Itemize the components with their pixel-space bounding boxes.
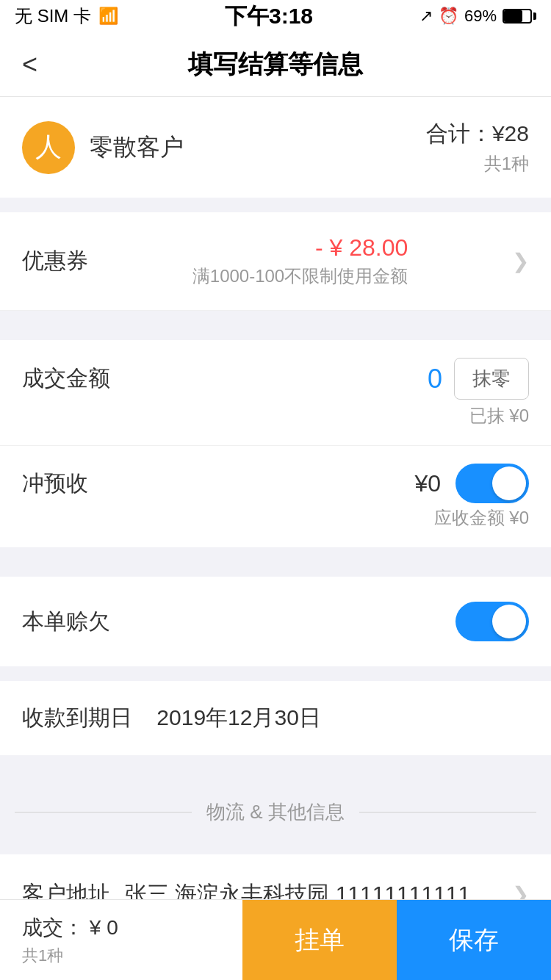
status-left: 无 SIM 卡 📶 [15, 4, 118, 28]
deal-section: 成交金额 0 抹零 已抹 ¥0 冲预收 ¥0 [0, 340, 551, 547]
nav-title: 填写结算等信息 [188, 48, 363, 82]
deal-amount-row: 成交金额 0 抹零 已抹 ¥0 [0, 340, 551, 446]
coupon-right: - ¥ 28.00 满1000-100不限制使用金额 [192, 234, 408, 288]
alarm-icon: ⏰ [439, 7, 458, 26]
debt-row: 本单赊欠 [0, 577, 551, 666]
battery-indicator [503, 9, 536, 24]
round-button[interactable]: 抹零 [454, 358, 529, 400]
avatar-icon: 人 [35, 129, 62, 165]
coupon-chevron: ❯ [512, 249, 529, 273]
battery-text: 69% [464, 7, 497, 26]
separator-2 [0, 562, 551, 577]
location-icon: ↗ [419, 7, 433, 26]
prepay-row: 冲预收 ¥0 应收金额 ¥0 [0, 446, 551, 547]
prepay-sub-label: 应收金额 ¥0 [434, 506, 529, 530]
bottom-deal-amount: ¥ 0 [90, 916, 118, 939]
deal-label: 成交金额 [22, 364, 110, 394]
already-rounded-text: 已抹 ¥0 [469, 404, 529, 428]
separator-3 [0, 770, 551, 785]
bottom-bar: 成交： ¥ 0 共1种 挂单 保存 [0, 899, 551, 980]
prepay-right: ¥0 [414, 464, 529, 503]
customer-total: 合计：¥28 共1种 [426, 119, 529, 176]
total-amount: 合计：¥28 [426, 119, 529, 149]
bottom-summary: 成交： ¥ 0 共1种 [0, 914, 242, 967]
divider-right [359, 812, 536, 813]
prepay-label: 冲预收 [22, 469, 88, 499]
carrier-text: 无 SIM 卡 [15, 4, 91, 28]
logistics-section: 物流 & 其他信息 [0, 785, 551, 840]
save-button[interactable]: 保存 [397, 900, 551, 981]
status-bar: 无 SIM 卡 📶 下午3:18 ↗ ⏰ 69% [0, 0, 551, 32]
deal-right: 0 抹零 [428, 358, 529, 400]
toggle-knob [492, 466, 526, 500]
customer-left: 人 零散客户 [22, 121, 184, 174]
logistics-label: 物流 & 其他信息 [206, 799, 345, 825]
coupon-label: 优惠券 [22, 246, 88, 276]
customer-row: 人 零散客户 合计：¥28 共1种 [0, 97, 551, 198]
customer-avatar: 人 [22, 121, 75, 174]
wifi-icon: 📶 [98, 7, 118, 26]
debt-toggle[interactable] [455, 602, 529, 641]
bottom-deal-label: 成交： [22, 916, 84, 939]
coupon-value: - ¥ 28.00 [192, 234, 408, 262]
coupon-desc: 满1000-100不限制使用金额 [192, 264, 408, 288]
nav-bar: < 填写结算等信息 [0, 32, 551, 97]
due-date-content: 收款到期日 2019年12月30日 [22, 705, 321, 729]
prepay-toggle[interactable] [455, 464, 529, 503]
bottom-count: 共1种 [22, 945, 220, 967]
customer-name: 零散客户 [90, 131, 184, 164]
separator-1 [0, 325, 551, 340]
total-count: 共1种 [426, 152, 529, 176]
debt-label: 本单赊欠 [22, 607, 110, 637]
due-date-label: 收款到期日 [22, 705, 132, 729]
main-content: 人 零散客户 合计：¥28 共1种 优惠券 - ¥ 28.00 满1000-10… [0, 97, 551, 980]
coupon-section: 优惠券 - ¥ 28.00 满1000-100不限制使用金额 ❯ [0, 212, 551, 311]
status-right: ↗ ⏰ 69% [419, 7, 536, 26]
hold-label: 挂单 [295, 923, 345, 957]
deal-value: 0 [428, 364, 442, 394]
debt-toggle-knob [492, 605, 526, 638]
save-label: 保存 [449, 923, 499, 957]
divider-left [15, 812, 192, 813]
bottom-deal-line: 成交： ¥ 0 [22, 914, 220, 942]
back-button[interactable]: < [22, 42, 45, 87]
coupon-row[interactable]: 优惠券 - ¥ 28.00 满1000-100不限制使用金额 ❯ [0, 212, 551, 311]
hold-button[interactable]: 挂单 [242, 900, 397, 981]
prepay-amount: ¥0 [414, 470, 441, 497]
due-date-row: 收款到期日 2019年12月30日 [0, 681, 551, 755]
status-time: 下午3:18 [225, 1, 313, 32]
due-date-value: 2019年12月30日 [156, 705, 320, 729]
